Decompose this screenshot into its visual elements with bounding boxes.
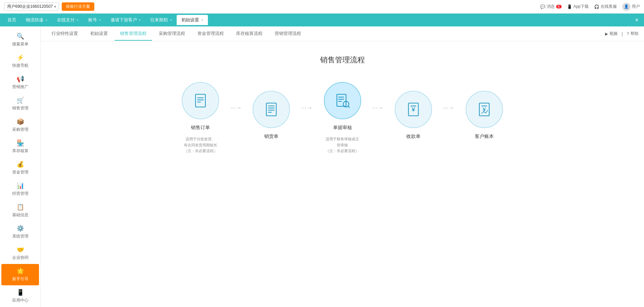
sub-tabs: 行业特性设置 初始设置 销售管理流程 采购管理流程 资金管理流程 库存核算流程 … [41, 26, 644, 41]
tab-account[interactable]: 账号 × [83, 15, 106, 25]
tab-initial-setup[interactable]: 初始设置 × [177, 15, 208, 25]
sidebar-item-inventory[interactable]: 🏪 库存核算 [0, 136, 40, 157]
sub-tab-industry[interactable]: 行业特性设置 [46, 27, 83, 41]
app-download-button[interactable]: 📱 App下载 [567, 4, 589, 9]
sidebar-item-purchase[interactable]: 📦 采购管理 [0, 115, 40, 136]
sub-tab-finance-flow[interactable]: 资金管理流程 [192, 27, 229, 41]
sub-tab-purchase-flow[interactable]: 采购管理流程 [153, 27, 191, 41]
receipt-circle: ¥ [395, 91, 432, 128]
flow-diagram: 销售订单 适用于分批发货、有合同发货周期较长（注：非必要流程） ···→ [47, 82, 637, 154]
finance-icon: 💰 [17, 161, 24, 168]
sidebar: 🔍 搜索菜单 ⚡ 快捷导航 📢 营销推广 🛒 销售管理 📦 采购管理 🏪 库存核… [0, 26, 41, 307]
tab-payment[interactable]: 在线支付 × [52, 15, 83, 25]
flow-step-sales-order[interactable]: 销售订单 适用于分批发货、有合同发货周期较长（注：非必要流程） [173, 82, 228, 154]
arrow-1: ···→ [230, 104, 241, 132]
svg-line-11 [348, 106, 349, 108]
sub-tab-sales-flow-label: 销售管理流程 [120, 31, 147, 36]
page-content: 销售管理流程 销售订单 适用于分批发货、有合同发货周期较长（注：非必要流程） [41, 41, 644, 307]
tab-account-close[interactable]: × [99, 18, 101, 22]
tab-logistics-label: 物流快递 [26, 17, 43, 23]
tab-initial-setup-label: 初始设置 [181, 17, 199, 23]
chevron-down-icon: ▾ [54, 5, 56, 8]
sidebar-item-basic[interactable]: 📋 基础信息 [0, 200, 40, 221]
online-service-label: 在线客服 [601, 4, 617, 9]
newbie-icon: 🌟 [17, 267, 24, 275]
sidebar-item-newbie[interactable]: 🌟 新手引导 [1, 264, 39, 285]
sidebar-item-operation[interactable]: 📊 经营管理 [0, 179, 40, 200]
tab-period-close[interactable]: × [170, 18, 172, 22]
divider: | [622, 32, 623, 36]
tab-account-label: 账号 [88, 17, 97, 23]
system-icon: ⚙️ [17, 225, 24, 232]
online-service-button[interactable]: 🎧 在线客服 [594, 4, 617, 9]
tab-payment-close[interactable]: × [77, 18, 79, 22]
sidebar-item-marketing-label: 营销推广 [12, 84, 28, 90]
sidebar-item-apps-label: 应用中心 [12, 298, 28, 303]
sidebar-item-search-label: 搜索菜单 [12, 41, 28, 47]
tab-period-label: 往来期初 [150, 17, 168, 23]
tab-logistics-close[interactable]: × [45, 18, 47, 22]
tab-logistics[interactable]: 物流快递 × [21, 15, 52, 25]
tab-home[interactable]: 首页 [3, 15, 21, 25]
tab-invite-close[interactable]: × [139, 18, 141, 22]
video-label: 视频 [609, 31, 618, 37]
sales-order-name: 销售订单 [191, 125, 210, 131]
sub-tab-sales-flow[interactable]: 销售管理流程 [115, 27, 152, 41]
flow-step-doc-review[interactable]: 单据审核 适用于财务审核或主管审核（注：非必要流程） [315, 82, 370, 154]
sidebar-item-collab[interactable]: 🤝 企业协同 [0, 243, 40, 264]
headset-icon: 🎧 [594, 4, 599, 9]
experience-button[interactable]: 体验行业方案 [62, 2, 94, 11]
sidebar-item-inventory-label: 库存核算 [12, 148, 28, 154]
user-selector[interactable]: 用户690企业1660120507 ▾ [4, 2, 59, 11]
video-help-button[interactable]: ▶ 视频 [605, 31, 618, 37]
arrow-2: ···→ [301, 104, 312, 132]
flow-step-customer-ledger[interactable]: ¥ 客户账本 [457, 91, 511, 145]
sub-tab-industry-label: 行业特性设置 [52, 31, 78, 36]
sidebar-item-search[interactable]: 🔍 搜索菜单 [0, 29, 40, 50]
messages-badge: 6 [556, 5, 562, 8]
arrow-3: ···→ [372, 104, 384, 132]
svg-rect-9 [337, 94, 346, 106]
top-bar-right: 💬 消息 6 📱 App下载 🎧 在线客服 👤 用户 [540, 3, 640, 11]
flow-step-receipt[interactable]: ¥ 收款单 [386, 91, 441, 145]
sub-tab-marketing-flow[interactable]: 营销管理流程 [269, 27, 307, 41]
customer-ledger-circle: ¥ [466, 91, 503, 128]
tab-invite-label: 邀请下游客户 [111, 17, 137, 23]
messages-label: 消息 [547, 4, 555, 9]
sidebar-item-basic-label: 基础信息 [12, 212, 28, 218]
receipt-name: 收款单 [406, 134, 421, 140]
doc-review-circle [324, 82, 361, 119]
help-button[interactable]: ? 帮助 [627, 31, 639, 37]
app-icon: 📱 [567, 4, 572, 9]
sidebar-item-system[interactable]: ⚙️ 系统管理 [0, 221, 40, 243]
sub-tabs-right: ▶ 视频 | ? 帮助 [605, 31, 639, 37]
user-profile[interactable]: 👤 用户 [622, 3, 640, 11]
messages-button[interactable]: 💬 消息 6 [540, 4, 562, 9]
close-all-tabs[interactable]: × [632, 17, 641, 24]
sidebar-item-sales[interactable]: 🛒 销售管理 [0, 93, 40, 115]
tab-period[interactable]: 往来期初 × [145, 15, 177, 25]
sidebar-item-marketing[interactable]: 📢 营销推广 [0, 72, 40, 93]
user-text: 用户690企业1660120507 [7, 4, 53, 9]
flow-step-sales-invoice[interactable]: 销货单 [244, 91, 298, 145]
sub-tab-initial-label: 初始设置 [90, 31, 108, 36]
tab-initial-setup-close[interactable]: × [201, 18, 203, 22]
arrow-4: ···→ [443, 104, 454, 132]
sidebar-item-apps[interactable]: 📱 应用中心 [0, 285, 40, 307]
marketing-icon: 📢 [17, 75, 24, 83]
user-label: 用户 [632, 4, 640, 9]
sub-tab-initial[interactable]: 初始设置 [85, 27, 113, 41]
customer-ledger-name: 客户账本 [475, 134, 494, 140]
basic-icon: 📋 [17, 203, 24, 211]
svg-text:¥: ¥ [411, 106, 415, 113]
sales-invoice-circle [253, 91, 290, 128]
svg-rect-0 [196, 94, 206, 107]
top-bar: 用户690企业1660120507 ▾ 体验行业方案 💬 消息 6 📱 App下… [0, 0, 644, 14]
sub-tab-finance-flow-label: 资金管理流程 [197, 31, 224, 36]
doc-review-name: 单据审核 [333, 125, 352, 131]
sidebar-item-quick[interactable]: ⚡ 快捷导航 [0, 50, 40, 72]
sub-tab-inventory-flow[interactable]: 库存核算流程 [231, 27, 268, 41]
quick-icon: ⚡ [17, 54, 24, 61]
sidebar-item-finance[interactable]: 💰 资金管理 [0, 157, 40, 179]
tab-invite[interactable]: 邀请下游客户 × [106, 15, 146, 25]
